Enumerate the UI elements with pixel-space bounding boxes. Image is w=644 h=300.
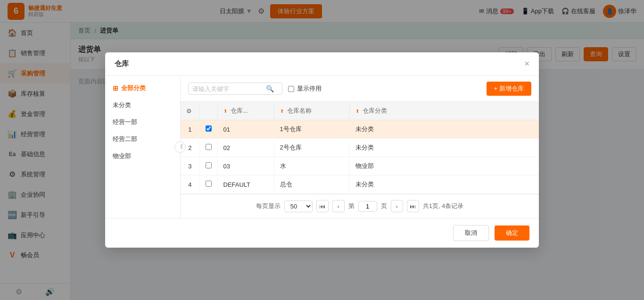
category-collapse-button[interactable]: 《 xyxy=(174,142,186,153)
row-checkbox-1[interactable] xyxy=(206,144,212,150)
category-property-label: 物业部 xyxy=(113,152,131,160)
row-name-1: 2号仓库 xyxy=(274,139,349,157)
category-ops1-label: 经营一部 xyxy=(113,118,137,126)
th-name[interactable]: ⬆ 仓库名称 xyxy=(274,102,349,120)
search-icon: 🔍 xyxy=(266,85,274,92)
per-page-select[interactable]: 10 20 50 100 xyxy=(284,200,313,212)
per-page-label: 每页显示 xyxy=(256,202,281,210)
category-uncategorized-label: 未分类 xyxy=(113,101,131,109)
search-input[interactable] xyxy=(192,85,263,92)
row-category-0: 未分类 xyxy=(349,120,539,139)
row-checkbox-3[interactable] xyxy=(206,181,212,187)
modal-title: 仓库 xyxy=(115,59,129,68)
page-prev-button[interactable]: ‹ xyxy=(332,200,345,212)
table-header-row: ⚙ ⬆ 仓库... ⬆ 仓库名称 xyxy=(181,102,539,120)
add-warehouse-button[interactable]: + 新增仓库 xyxy=(487,82,531,96)
modal-right: 🔍 显示停用 + 新增仓库 ⚙ xyxy=(181,76,539,218)
category-uncategorized[interactable]: 未分类 xyxy=(105,97,180,114)
sort-icon-category: ⬆ xyxy=(355,108,359,114)
row-checkbox-cell-3[interactable] xyxy=(199,175,217,194)
category-all[interactable]: ⊞ 全部分类 xyxy=(105,80,180,97)
th-category[interactable]: ⬆ 仓库分类 xyxy=(349,102,539,120)
page-label-prefix: 第 xyxy=(348,202,355,210)
table-row[interactable]: 1 01 1号仓库 未分类 xyxy=(181,120,539,139)
page-last-button[interactable]: ⏭ xyxy=(407,200,419,212)
row-checkbox-cell-1[interactable] xyxy=(199,139,217,157)
row-category-1: 未分类 xyxy=(349,139,539,157)
category-property[interactable]: 物业部 xyxy=(105,148,180,165)
search-input-wrap: 🔍 xyxy=(188,83,282,95)
modal-search-bar: 🔍 显示停用 + 新增仓库 xyxy=(181,76,539,102)
row-category-2: 物业部 xyxy=(349,157,539,175)
row-actions-2: 3 xyxy=(181,157,199,175)
page-total: 共1页, 4条记录 xyxy=(423,202,464,210)
sort-icon-name: ⬆ xyxy=(280,108,284,114)
row-name-2: 水 xyxy=(274,157,349,175)
row-code-1: 02 xyxy=(217,139,274,157)
show-disabled-checkbox[interactable] xyxy=(288,86,294,92)
category-ops2[interactable]: 经营二部 xyxy=(105,131,180,148)
page-first-button[interactable]: ⏮ xyxy=(316,200,329,212)
row-code-0: 01 xyxy=(217,120,274,139)
show-disabled-label[interactable]: 显示停用 xyxy=(288,84,322,93)
row-code-3: DEFAULT xyxy=(217,175,274,194)
warehouse-table: ⚙ ⬆ 仓库... ⬆ 仓库名称 xyxy=(181,102,539,194)
pagination-bar: 每页显示 10 20 50 100 ⏮ ‹ 第 页 › ⏭ 共1页, 4条记录 xyxy=(181,194,539,218)
row-name-3: 总仓 xyxy=(274,175,349,194)
category-sidebar: ⊞ 全部分类 未分类 经营一部 经营二部 物业部 《 xyxy=(105,76,181,218)
table-row[interactable]: 2 02 2号仓库 未分类 xyxy=(181,139,539,157)
th-checkbox xyxy=(199,102,217,120)
cancel-button[interactable]: 取消 xyxy=(453,225,489,241)
page-label-suffix: 页 xyxy=(381,202,387,210)
row-actions-0: 1 xyxy=(181,120,199,139)
category-ops2-label: 经营二部 xyxy=(113,135,137,143)
confirm-button[interactable]: 确定 xyxy=(495,225,529,241)
row-checkbox-0[interactable] xyxy=(206,125,212,132)
row-actions-3: 4 xyxy=(181,175,199,194)
grid-icon: ⊞ xyxy=(113,84,118,92)
row-checkbox-cell-0[interactable] xyxy=(199,120,217,139)
modal-header: 仓库 × xyxy=(105,52,539,76)
table-row[interactable]: 4 DEFAULT 总仓 未分类 xyxy=(181,175,539,194)
category-all-label: 全部分类 xyxy=(121,84,146,92)
row-category-3: 未分类 xyxy=(349,175,539,194)
modal-footer: 取消 确定 xyxy=(105,218,539,248)
sort-icon-code: ⬆ xyxy=(223,108,227,114)
row-checkbox-2[interactable] xyxy=(206,162,212,168)
table-row[interactable]: 3 03 水 物业部 xyxy=(181,157,539,175)
page-input[interactable] xyxy=(358,201,377,212)
modal-close-button[interactable]: × xyxy=(524,59,529,69)
modal-body: ⊞ 全部分类 未分类 经营一部 经营二部 物业部 《 xyxy=(105,76,539,218)
row-checkbox-cell-2[interactable] xyxy=(199,157,217,175)
row-code-2: 03 xyxy=(217,157,274,175)
th-code[interactable]: ⬆ 仓库... xyxy=(217,102,274,120)
category-ops1[interactable]: 经营一部 xyxy=(105,114,180,131)
modal-overlay[interactable]: 仓库 × ⊞ 全部分类 未分类 经营一部 经营二部 xyxy=(0,0,644,300)
warehouse-modal: 仓库 × ⊞ 全部分类 未分类 经营一部 经营二部 xyxy=(105,52,539,248)
th-settings: ⚙ xyxy=(181,102,199,120)
row-name-0: 1号仓库 xyxy=(274,120,349,139)
page-next-button[interactable]: › xyxy=(391,200,403,212)
